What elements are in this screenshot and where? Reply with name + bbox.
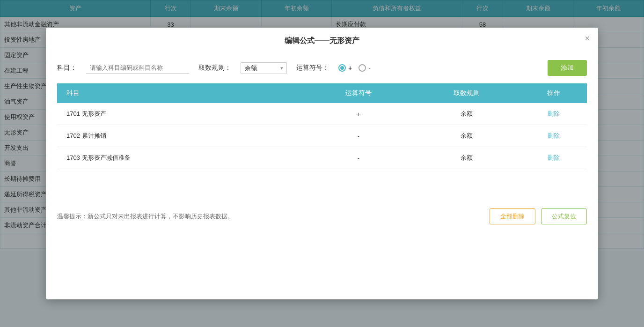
cell-operator-0: +	[304, 103, 412, 125]
footer-buttons: 全部删除 公式复位	[490, 208, 587, 224]
operator-radio-group: + -	[338, 64, 371, 72]
th-operator: 运算符号	[304, 83, 412, 103]
formula-form: 科目： 取数规则： 余额 借方 贷方 借方发生额 贷方发生额 ▼ 运算符号： +…	[46, 52, 598, 83]
modal-footer: 温馨提示：新公式只对未出报表进行计算，不影响历史报表数据。 全部删除 公式复位	[46, 197, 598, 234]
add-button[interactable]: 添加	[548, 60, 587, 76]
modal-header: 编辑公式——无形资产 ×	[46, 28, 598, 52]
rule-select[interactable]: 余额 借方 贷方 借方发生额 贷方发生额	[241, 62, 287, 74]
operator-plus-label: +	[348, 64, 352, 72]
rule-label: 取数规则：	[198, 64, 231, 72]
table-row: 1701 无形资产 + 余额 删除	[57, 103, 587, 125]
th-action: 操作	[521, 83, 587, 103]
radio-plus-circle	[338, 64, 346, 72]
delete-link-0[interactable]: 删除	[548, 110, 560, 117]
cell-rule-1: 余额	[413, 125, 521, 147]
cell-action-0: 删除	[521, 103, 587, 125]
radio-minus-circle	[359, 64, 366, 72]
cell-rule-2: 余额	[413, 147, 521, 169]
table-row: 1703 无形资产减值准备 - 余额 删除	[57, 147, 587, 169]
modal-title: 编辑公式——无形资产	[285, 36, 359, 46]
cell-subject-2: 1703 无形资产减值准备	[57, 147, 304, 169]
operator-label: 运算符号：	[296, 64, 329, 72]
formula-table: 科目 运算符号 取数规则 操作 1701 无形资产 + 余额 删除 1702 累…	[57, 83, 587, 169]
delete-all-button[interactable]: 全部删除	[490, 208, 535, 224]
table-row: 1702 累计摊销 - 余额 删除	[57, 125, 587, 147]
th-rule: 取数规则	[413, 83, 521, 103]
operator-minus-label: -	[368, 64, 371, 72]
cell-subject-1: 1702 累计摊销	[57, 125, 304, 147]
reset-formula-button[interactable]: 公式复位	[541, 208, 587, 224]
cell-operator-2: -	[304, 147, 412, 169]
subject-label: 科目：	[57, 64, 77, 72]
operator-minus-radio[interactable]: -	[359, 64, 371, 72]
footer-hint: 温馨提示：新公式只对未出报表进行计算，不影响历史报表数据。	[57, 212, 234, 221]
operator-plus-radio[interactable]: +	[338, 64, 352, 72]
rule-select-wrapper: 余额 借方 贷方 借方发生额 贷方发生额 ▼	[241, 62, 287, 74]
cell-subject-0: 1701 无形资产	[57, 103, 304, 125]
modal-close-button[interactable]: ×	[585, 34, 590, 43]
table-header-row: 科目 运算符号 取数规则 操作	[57, 83, 587, 103]
cell-action-1: 删除	[521, 125, 587, 147]
cell-operator-1: -	[304, 125, 412, 147]
delete-link-1[interactable]: 删除	[548, 132, 560, 139]
cell-rule-0: 余额	[413, 103, 521, 125]
edit-formula-modal: 编辑公式——无形资产 × 科目： 取数规则： 余额 借方 贷方 借方发生额 贷方…	[46, 28, 598, 299]
cell-action-2: 删除	[521, 147, 587, 169]
th-subject: 科目	[57, 83, 304, 103]
subject-input[interactable]	[86, 62, 189, 74]
delete-link-2[interactable]: 删除	[548, 154, 560, 161]
